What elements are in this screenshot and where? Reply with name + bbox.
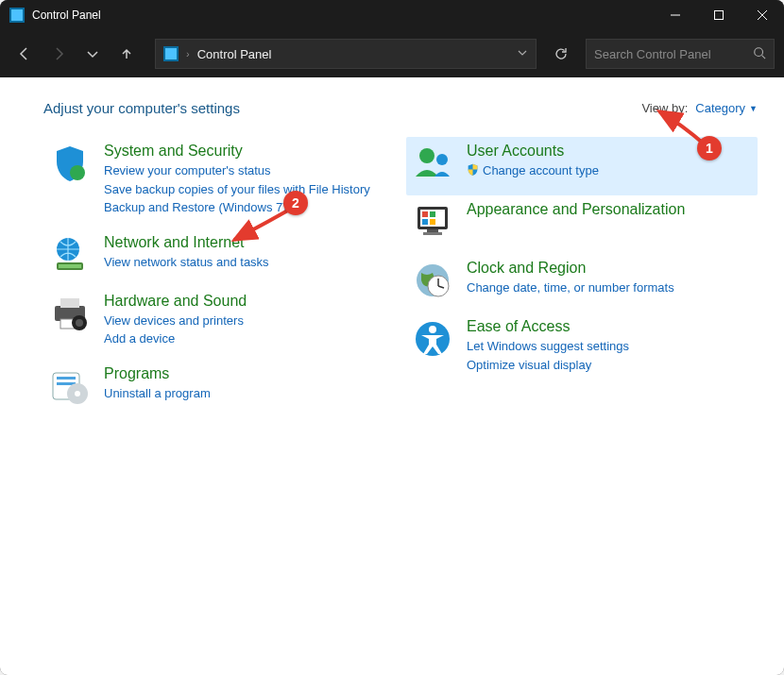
network-globe-icon	[49, 234, 91, 276]
svg-rect-29	[423, 232, 442, 235]
control-panel-icon	[9, 8, 25, 23]
uac-shield-icon	[467, 162, 479, 181]
programs-icon	[49, 365, 91, 407]
svg-rect-16	[57, 377, 76, 380]
category-title[interactable]: Clock and Region	[467, 260, 752, 277]
dropdown-triangle-icon: ▼	[749, 104, 758, 113]
category-network-internet[interactable]: Network and Internet View network status…	[43, 228, 395, 287]
category-link[interactable]: Optimize visual display	[467, 356, 752, 375]
back-button[interactable]	[9, 39, 40, 69]
forward-button[interactable]	[43, 39, 74, 69]
category-link[interactable]: Add a device	[104, 329, 389, 348]
toolbar: › Control Panel	[0, 30, 784, 77]
svg-rect-11	[60, 298, 79, 308]
svg-point-35	[429, 326, 436, 333]
appearance-icon	[412, 201, 453, 243]
category-system-security[interactable]: System and Security Review your computer…	[43, 137, 395, 228]
categories-grid: System and Security Review your computer…	[43, 137, 758, 418]
chevron-right-icon: ›	[186, 48, 190, 59]
category-title[interactable]: Appearance and Personalization	[467, 201, 752, 218]
svg-point-20	[419, 148, 435, 163]
address-bar[interactable]: › Control Panel	[155, 39, 537, 69]
svg-rect-9	[59, 264, 81, 268]
recent-dropdown-button[interactable]	[77, 39, 108, 69]
category-link[interactable]: Review your computer's status	[104, 161, 389, 180]
annotation-badge-2: 2	[283, 191, 308, 215]
minimize-button[interactable]	[654, 0, 697, 30]
category-ease-access[interactable]: Ease of Access Let Windows suggest setti…	[406, 312, 758, 385]
category-title[interactable]: Programs	[104, 365, 389, 382]
refresh-button[interactable]	[546, 39, 576, 69]
address-icon	[163, 46, 179, 61]
category-link[interactable]: Save backup copies of your files with Fi…	[104, 180, 389, 199]
up-button[interactable]	[111, 39, 142, 69]
category-link[interactable]: View network status and tasks	[104, 253, 389, 272]
category-link[interactable]: Change account type	[467, 161, 752, 180]
category-hardware-sound[interactable]: Hardware and Sound View devices and prin…	[43, 287, 395, 360]
user-accounts-icon	[412, 143, 453, 184]
svg-rect-26	[422, 219, 428, 225]
svg-point-19	[75, 391, 80, 397]
category-appearance[interactable]: Appearance and Personalization	[406, 195, 758, 254]
category-link-text: Change account type	[483, 163, 599, 177]
window: Control Panel › Control Panel	[0, 0, 784, 675]
category-link[interactable]: View devices and printers	[104, 312, 389, 330]
svg-rect-27	[430, 219, 435, 225]
maximize-button[interactable]	[697, 0, 741, 30]
close-button[interactable]	[741, 0, 784, 30]
svg-point-21	[436, 154, 448, 165]
left-column: System and Security Review your computer…	[43, 137, 395, 418]
clock-region-icon	[412, 260, 453, 301]
search-input[interactable]	[594, 47, 753, 61]
svg-point-14	[76, 319, 83, 327]
category-link[interactable]: Change date, time, or number formats	[467, 278, 752, 297]
printer-device-icon	[49, 293, 91, 334]
window-title: Control Panel	[32, 8, 101, 22]
content-area: Adjust your computer's settings View by:…	[0, 77, 784, 675]
heading-row: Adjust your computer's settings View by:…	[43, 100, 758, 116]
svg-line-5	[762, 55, 766, 59]
category-clock-region[interactable]: Clock and Region Change date, time, or n…	[406, 254, 758, 312]
right-column: User Accounts Change account type Appear	[406, 137, 758, 418]
titlebar: Control Panel	[0, 0, 784, 30]
search-icon[interactable]	[753, 46, 766, 62]
category-link[interactable]: Uninstall a program	[104, 384, 389, 403]
svg-rect-24	[422, 211, 428, 217]
search-box[interactable]	[586, 39, 775, 69]
shield-security-icon	[49, 143, 91, 184]
category-title[interactable]: System and Security	[104, 143, 389, 160]
svg-point-4	[755, 47, 763, 56]
svg-rect-28	[427, 229, 438, 232]
page-heading: Adjust your computer's settings	[43, 100, 240, 116]
ease-access-icon	[412, 318, 453, 360]
category-title[interactable]: Hardware and Sound	[104, 293, 389, 310]
svg-rect-25	[430, 211, 435, 217]
address-path: Control Panel	[197, 47, 272, 61]
category-title[interactable]: Ease of Access	[467, 318, 752, 335]
annotation-badge-1: 1	[697, 136, 722, 160]
svg-rect-1	[715, 11, 724, 20]
chevron-down-icon[interactable]	[517, 47, 528, 61]
svg-point-6	[70, 165, 85, 180]
category-link[interactable]: Let Windows suggest settings	[467, 337, 752, 356]
category-programs[interactable]: Programs Uninstall a program	[43, 360, 395, 418]
